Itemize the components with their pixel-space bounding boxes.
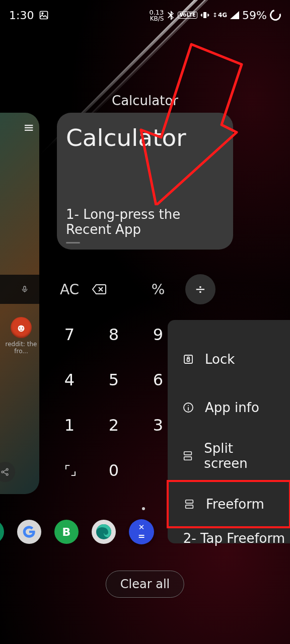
vibrate-icon <box>200 11 209 20</box>
svg-rect-5 <box>24 286 26 290</box>
freeform-icon <box>183 498 196 511</box>
image-icon <box>39 10 49 20</box>
reddit-app-shortcut: reddit: the fro... <box>3 317 39 355</box>
menu-lock-label: Lock <box>205 352 235 367</box>
search-bar <box>0 275 39 304</box>
reddit-label: reddit: the fro... <box>3 341 39 355</box>
svg-point-1 <box>42 13 44 14</box>
svg-rect-12 <box>184 355 192 363</box>
menu-lock[interactable]: Lock <box>168 335 290 383</box>
key-0[interactable]: 0 <box>92 461 136 480</box>
dock-app-whatsapp-b[interactable]: B <box>54 520 79 544</box>
svg-rect-2 <box>203 12 206 18</box>
svg-rect-0 <box>40 12 48 19</box>
key-percent[interactable]: % <box>136 281 180 298</box>
key-expand[interactable]: ⌜ ⌟ <box>47 463 92 478</box>
svg-rect-16 <box>184 457 192 460</box>
svg-rect-13 <box>187 359 190 361</box>
volte-badge: VoLTE <box>178 12 197 19</box>
status-time: 1:30 <box>9 9 34 22</box>
context-menu: Lock App info Split screen Freeform <box>168 320 290 543</box>
dock-app-calculator[interactable]: ✕ = <box>129 519 154 544</box>
split-screen-icon <box>182 449 194 462</box>
times-icon: ✕ <box>138 523 145 532</box>
menu-appinfo-label: App info <box>205 400 259 415</box>
menu-splitscreen-label: Split screen <box>204 441 276 471</box>
key-1[interactable]: 1 <box>47 416 92 435</box>
dock-app-1[interactable] <box>0 520 4 544</box>
battery-ring-icon <box>268 8 283 23</box>
clear-all-button[interactable]: Clear all <box>106 571 184 598</box>
data-speed: 0.13 KB/S <box>149 9 164 22</box>
key-7[interactable]: 7 <box>47 325 92 344</box>
recents-app-label: Calculator <box>0 93 290 108</box>
reddit-icon <box>11 317 32 338</box>
hamburger-icon: ≡ <box>23 120 34 135</box>
recents-card-overlay[interactable]: Calculator 1- Long-press the Recent App <box>57 113 233 250</box>
dock-app-gpay[interactable] <box>17 520 41 544</box>
key-5[interactable]: 5 <box>92 370 136 389</box>
signal-icon <box>230 11 239 19</box>
network-gen: ↕ 4G <box>212 12 227 19</box>
svg-rect-15 <box>184 452 192 455</box>
status-bar: 1:30 0.13 KB/S VoLTE ↕ 4G <box>0 0 290 30</box>
menu-freeform[interactable]: Freeform <box>167 480 290 528</box>
info-icon <box>182 401 195 414</box>
key-2[interactable]: 2 <box>92 416 136 435</box>
key-8[interactable]: 8 <box>92 325 136 344</box>
svg-point-8 <box>22 328 23 329</box>
app-title: Calculator <box>66 124 224 151</box>
key-4[interactable]: 4 <box>47 370 92 389</box>
menu-appinfo[interactable]: App info <box>168 383 290 432</box>
recents-card-left[interactable]: ≡ reddit: the fro... <box>0 113 39 494</box>
svg-point-6 <box>18 325 25 332</box>
equals-icon: = <box>138 531 145 541</box>
drag-handle <box>66 242 80 244</box>
svg-point-9 <box>2 471 4 473</box>
key-backspace[interactable] <box>92 283 136 295</box>
battery-pct: 59% <box>242 9 267 22</box>
svg-point-7 <box>19 328 20 329</box>
menu-splitscreen[interactable]: Split screen <box>168 432 290 480</box>
share-button <box>0 462 15 482</box>
key-ac[interactable]: AC <box>47 281 92 298</box>
mic-icon <box>21 285 29 294</box>
menu-freeform-label: Freeform <box>206 497 264 512</box>
key-divide[interactable]: ÷ <box>185 274 215 304</box>
svg-rect-17 <box>186 500 193 503</box>
svg-point-11 <box>6 473 8 475</box>
bluetooth-icon <box>167 10 175 20</box>
lock-icon <box>182 353 195 366</box>
annotation-step2: 2- Tap Freeform <box>183 531 285 546</box>
dock-app-edge[interactable] <box>92 520 116 544</box>
svg-point-10 <box>6 468 8 470</box>
svg-rect-18 <box>186 505 193 508</box>
annotation-step1: 1- Long-press the Recent App <box>66 207 224 237</box>
page-indicator <box>142 507 145 510</box>
recents-dock: B ✕ = <box>0 519 154 544</box>
